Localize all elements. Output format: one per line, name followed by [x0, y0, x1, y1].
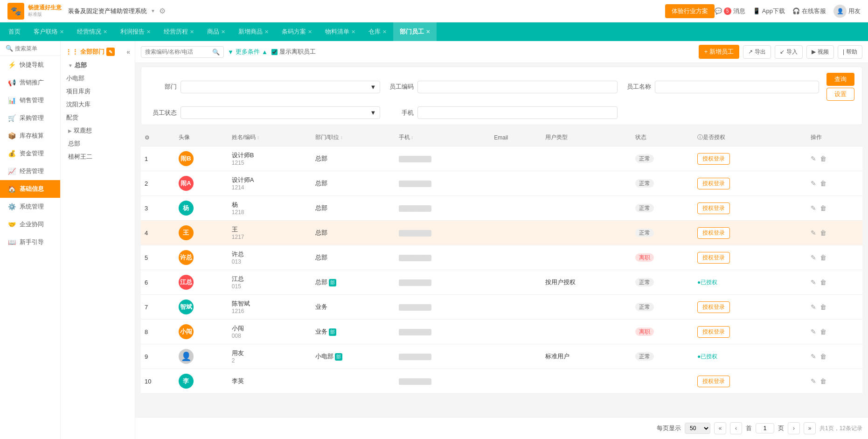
tab-bom[interactable]: 物料清单 ✕	[319, 22, 362, 41]
tab-close-goods[interactable]: ✕	[221, 29, 225, 35]
view-btn[interactable]: ▶ 视频	[806, 45, 834, 59]
set-btn[interactable]: 设置	[826, 88, 854, 101]
sidebar-item-guide[interactable]: 📖 新手引导	[0, 233, 60, 251]
dept-node-small-elec[interactable]: 小电部	[61, 72, 135, 85]
query-btn[interactable]: 查询	[826, 73, 854, 86]
sidebar-item-inventory[interactable]: 📦 库存核算	[0, 127, 60, 145]
delete-icon[interactable]: 🗑	[820, 303, 826, 311]
edit-icon[interactable]: ✎	[811, 328, 816, 335]
tab-history[interactable]: 经营历程 ✕	[157, 22, 201, 41]
user-action[interactable]: 👤 用友	[833, 5, 861, 18]
tab-close-operation[interactable]: ✕	[103, 29, 107, 35]
sidebar-item-basic[interactable]: 🏠 基础信息	[0, 180, 60, 198]
search-input-employee[interactable]	[145, 49, 210, 55]
auth-btn[interactable]: 授权登录	[697, 202, 730, 214]
status-select[interactable]: ▼	[181, 106, 380, 119]
last-page-btn[interactable]: »	[804, 422, 816, 434]
edit-icon[interactable]: ✎	[811, 279, 816, 286]
tab-new-goods[interactable]: 新增商品 ✕	[232, 22, 275, 41]
app-download-action[interactable]: 📱 App下载	[753, 7, 785, 15]
show-resigned-label[interactable]: 显示离职员工	[271, 48, 316, 56]
tab-close-profit[interactable]: ✕	[146, 29, 151, 35]
tab-warehouse[interactable]: 仓库 ✕	[362, 22, 393, 41]
help-btn[interactable]: | 帮助	[838, 45, 862, 59]
settings-icon[interactable]: ⚙	[159, 7, 166, 15]
delete-icon[interactable]: 🗑	[820, 155, 826, 162]
next-page-btn[interactable]: ›	[788, 422, 800, 434]
delete-icon[interactable]: 🗑	[820, 328, 826, 335]
col-settings[interactable]: ⚙	[141, 129, 175, 146]
edit-icon[interactable]: ✎	[811, 353, 816, 360]
auth-btn[interactable]: 授权登录	[697, 326, 730, 338]
sidebar-item-enterprise[interactable]: 🤝 企业协同	[0, 216, 60, 233]
message-action[interactable]: 💬 5 消息	[715, 7, 745, 15]
export-btn[interactable]: ↗ 导出	[743, 45, 771, 59]
page-size-select[interactable]: 50 100 200	[685, 423, 710, 434]
delete-icon[interactable]: 🗑	[820, 229, 826, 237]
tab-close-department[interactable]: ✕	[426, 29, 430, 35]
tab-department[interactable]: 部门员工 ✕	[393, 22, 437, 41]
delete-icon[interactable]: 🗑	[820, 254, 826, 261]
col-phone[interactable]: 手机	[395, 129, 491, 146]
first-page-btn[interactable]: «	[714, 422, 726, 434]
auth-btn[interactable]: 授权登录	[697, 227, 730, 239]
dept-node-general[interactable]: ▼ 总部	[61, 59, 135, 72]
edit-icon[interactable]: ✎	[811, 180, 816, 187]
dept-collapse-icon[interactable]: «	[126, 48, 130, 56]
sidebar-item-operation[interactable]: 📈 经营管理	[0, 162, 60, 180]
col-dept[interactable]: 部门/职位	[312, 129, 395, 146]
more-filters-btn[interactable]: ▼ 更多条件 ▲	[228, 48, 268, 56]
tab-close-warehouse[interactable]: ✕	[382, 29, 387, 35]
delete-icon[interactable]: 🗑	[820, 279, 826, 286]
tab-customer[interactable]: 客户联络 ✕	[27, 22, 70, 41]
trial-btn[interactable]: 体验行业方案	[665, 4, 715, 18]
page-input[interactable]	[756, 423, 774, 433]
dept-node-project[interactable]: 项目库房	[61, 85, 135, 98]
search-submit-icon[interactable]: 🔍	[212, 49, 220, 56]
sidebar-item-sales[interactable]: 📊 销售管理	[0, 91, 60, 109]
show-resigned-checkbox[interactable]	[271, 49, 278, 55]
add-employee-btn[interactable]: + 新增员工	[699, 45, 739, 59]
tab-close-new-goods[interactable]: ✕	[264, 29, 269, 35]
tab-goods[interactable]: 商品 ✕	[201, 22, 232, 41]
delete-icon[interactable]: 🗑	[820, 377, 826, 385]
edit-icon[interactable]: ✎	[811, 377, 816, 385]
edit-icon[interactable]: ✎	[811, 155, 816, 162]
online-service-action[interactable]: 🎧 在线客服	[792, 7, 826, 15]
dept-node-planting[interactable]: 植树王二	[61, 150, 135, 163]
delete-icon[interactable]: 🗑	[820, 353, 826, 360]
dept-node-delivery[interactable]: 配货	[61, 111, 135, 124]
title-dropdown-icon[interactable]: ▼	[151, 8, 155, 14]
tab-close-bom[interactable]: ✕	[351, 29, 355, 35]
sidebar-item-purchase[interactable]: 🛒 采购管理	[0, 109, 60, 127]
delete-icon[interactable]: 🗑	[820, 204, 826, 212]
tab-home[interactable]: 首页	[2, 22, 27, 41]
emp-code-input[interactable]	[417, 81, 617, 93]
search-input[interactable]	[15, 45, 52, 52]
edit-icon[interactable]: ✎	[811, 229, 816, 237]
phone-input[interactable]	[417, 106, 617, 119]
edit-icon[interactable]: ✎	[811, 204, 816, 212]
sidebar-item-marketing[interactable]: 📢 营销推广	[0, 74, 60, 91]
auth-btn[interactable]: 授权登录	[697, 153, 730, 165]
dept-filter-select[interactable]: ▼	[181, 81, 380, 93]
edit-icon[interactable]: ✎	[811, 254, 816, 261]
import-btn[interactable]: ↙ 导入	[775, 45, 803, 59]
emp-name-input[interactable]	[655, 81, 819, 93]
sidebar-item-finance[interactable]: 💰 资金管理	[0, 145, 60, 162]
auth-btn[interactable]: 授权登录	[697, 301, 730, 313]
prev-page-btn[interactable]: ‹	[730, 422, 742, 434]
auth-btn[interactable]: 授权登录	[697, 178, 730, 189]
sidebar-item-shortcut[interactable]: ⚡ 快捷导航	[0, 56, 60, 74]
delete-icon[interactable]: 🗑	[820, 180, 826, 187]
tab-close-customer[interactable]: ✕	[60, 29, 64, 35]
tab-close-history[interactable]: ✕	[190, 29, 194, 35]
sidebar-search-box[interactable]: 🔍	[0, 41, 60, 56]
sidebar-item-system[interactable]: ⚙️ 系统管理	[0, 198, 60, 216]
dept-node-twins[interactable]: ▶ 双鹿想	[61, 124, 135, 137]
edit-icon[interactable]: ✎	[811, 303, 816, 311]
dept-edit-icon[interactable]: ✎	[106, 48, 115, 56]
tab-operation[interactable]: 经营情况 ✕	[70, 22, 114, 41]
auth-btn[interactable]: 授权登录	[697, 252, 730, 264]
col-name[interactable]: 姓名/编码	[228, 129, 312, 146]
